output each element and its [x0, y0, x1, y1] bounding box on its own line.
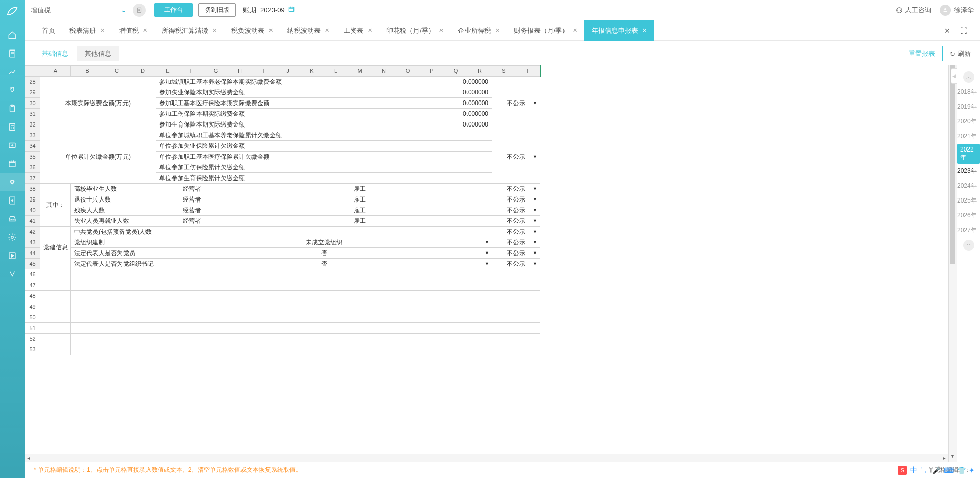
empty-cell[interactable]	[276, 344, 300, 355]
panel-collapse-icon[interactable]: ◀	[951, 68, 957, 84]
row-header-30[interactable]: 30	[25, 98, 40, 109]
col-header-C[interactable]: C	[104, 66, 130, 77]
col-header-F[interactable]: F	[180, 66, 204, 77]
empty-cell[interactable]	[130, 344, 156, 355]
empty-cell[interactable]	[516, 312, 540, 323]
scroll-down-icon[interactable]: ▼	[949, 454, 957, 462]
year-2018年[interactable]: 2018年	[957, 85, 980, 99]
empty-cell[interactable]	[324, 312, 348, 323]
empty-cell[interactable]	[228, 280, 252, 291]
col-header-G[interactable]: G	[204, 66, 228, 77]
empty-cell[interactable]	[372, 323, 396, 334]
center-dropdown[interactable]: 否▼	[156, 259, 492, 269]
empty-cell[interactable]	[71, 301, 104, 312]
row-header-49[interactable]: 49	[25, 301, 40, 312]
empty-cell[interactable]	[156, 334, 180, 344]
empty-cell[interactable]	[276, 269, 300, 280]
empty-cell[interactable]	[492, 291, 516, 301]
empty-cell[interactable]	[324, 323, 348, 334]
year-2020年[interactable]: 2020年	[957, 114, 980, 129]
year-2022年[interactable]: 2022年	[957, 144, 980, 164]
empty-cell[interactable]	[300, 334, 324, 344]
empty-cell[interactable]	[324, 344, 348, 355]
subtab-0[interactable]: 基础信息	[34, 46, 77, 61]
empty-cell[interactable]	[130, 269, 156, 280]
nav-calc-icon[interactable]	[0, 118, 24, 136]
col-header-O[interactable]: O	[396, 66, 420, 77]
empty-cell[interactable]	[516, 334, 540, 344]
tab-2[interactable]: 增值税✕	[112, 20, 155, 41]
tab-8[interactable]: 企业所得税✕	[451, 20, 507, 41]
col-header-P[interactable]: P	[420, 66, 444, 77]
empty-cell[interactable]	[156, 344, 180, 355]
year-2023年[interactable]: 2023年	[957, 164, 980, 179]
empty-cell[interactable]	[252, 334, 276, 344]
empty-cell[interactable]	[420, 334, 444, 344]
empty-cell[interactable]	[444, 291, 468, 301]
empty-cell[interactable]	[516, 269, 540, 280]
row-header-53[interactable]: 53	[25, 344, 40, 355]
empty-cell[interactable]	[516, 344, 540, 355]
empty-cell[interactable]	[180, 344, 204, 355]
empty-cell[interactable]	[324, 334, 348, 344]
company-select[interactable]: 增值税 ⌄	[31, 6, 133, 15]
empty-cell[interactable]	[516, 280, 540, 291]
row-header-39[interactable]: 39	[25, 194, 40, 205]
empty-cell[interactable]	[228, 323, 252, 334]
empty-cell[interactable]	[492, 344, 516, 355]
empty-cell[interactable]	[130, 334, 156, 344]
empty-cell[interactable]	[492, 334, 516, 344]
row-header-37[interactable]: 37	[25, 173, 40, 184]
empty-cell[interactable]	[324, 301, 348, 312]
empty-cell[interactable]	[516, 323, 540, 334]
year-2026年[interactable]: 2026年	[957, 208, 980, 223]
close-all-icon[interactable]: ✕	[941, 24, 953, 37]
row-header-36[interactable]: 36	[25, 162, 40, 173]
empty-cell[interactable]	[300, 301, 324, 312]
empty-cell[interactable]	[468, 280, 492, 291]
nav-export-icon[interactable]	[0, 191, 24, 210]
empty-cell[interactable]	[372, 334, 396, 344]
value-cell[interactable]: 0.000000	[324, 119, 492, 130]
avatar-icon[interactable]	[940, 5, 951, 16]
empty-cell[interactable]	[40, 344, 71, 355]
value-cell[interactable]	[228, 205, 324, 216]
empty-cell[interactable]	[228, 334, 252, 344]
empty-cell[interactable]	[324, 269, 348, 280]
empty-cell[interactable]	[130, 291, 156, 301]
switch-old-button[interactable]: 切到旧版	[198, 3, 236, 17]
year-2025年[interactable]: 2025年	[957, 193, 980, 208]
empty-cell[interactable]	[204, 301, 228, 312]
tab-close-icon[interactable]: ✕	[268, 27, 273, 34]
empty-cell[interactable]	[324, 291, 348, 301]
empty-cell[interactable]	[276, 312, 300, 323]
nav-clipboard-icon[interactable]	[0, 99, 24, 118]
empty-cell[interactable]	[204, 323, 228, 334]
scroll-right-icon[interactable]: ►	[940, 454, 948, 462]
empty-cell[interactable]	[156, 312, 180, 323]
scroll-thumb[interactable]	[950, 65, 955, 264]
value-cell[interactable]	[396, 216, 492, 227]
empty-cell[interactable]	[104, 301, 130, 312]
empty-cell[interactable]	[348, 301, 372, 312]
dropdown-cell[interactable]: 不公示▼	[492, 259, 540, 269]
publish-cell[interactable]: 不公示▼	[492, 130, 540, 184]
empty-cell[interactable]	[180, 334, 204, 344]
nav-inbox-icon[interactable]	[0, 210, 24, 228]
empty-cell[interactable]	[156, 291, 180, 301]
empty-cell[interactable]	[516, 291, 540, 301]
empty-cell[interactable]	[396, 291, 420, 301]
tab-close-icon[interactable]: ✕	[495, 27, 500, 34]
dropdown-cell[interactable]: 不公示▼	[492, 216, 540, 227]
empty-cell[interactable]	[444, 269, 468, 280]
empty-cell[interactable]	[444, 344, 468, 355]
ime-mic-icon[interactable]: 🎤	[932, 466, 941, 474]
empty-cell[interactable]	[228, 344, 252, 355]
empty-cell[interactable]	[130, 312, 156, 323]
empty-cell[interactable]	[396, 269, 420, 280]
empty-cell[interactable]	[444, 312, 468, 323]
period-value[interactable]: 2023-09	[260, 6, 285, 14]
empty-cell[interactable]	[300, 269, 324, 280]
empty-cell[interactable]	[420, 344, 444, 355]
empty-cell[interactable]	[104, 291, 130, 301]
